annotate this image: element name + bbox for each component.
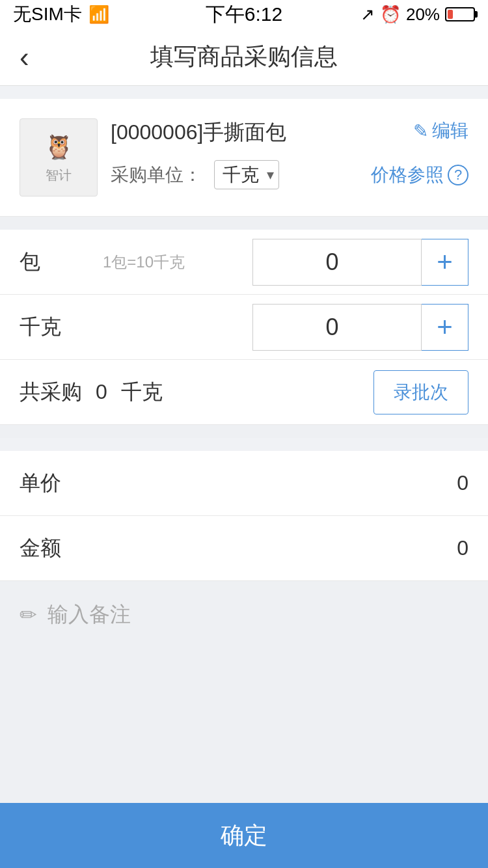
unit-price-row: 单价 0 bbox=[0, 451, 488, 516]
price-reference[interactable]: 价格参照 ? bbox=[371, 163, 468, 187]
total-row: 共采购 0 千克 录批次 bbox=[0, 360, 488, 425]
wifi-icon: 📶 bbox=[88, 5, 109, 25]
battery-text: 20% bbox=[406, 5, 440, 25]
divider-1 bbox=[0, 217, 488, 230]
divider-2 bbox=[0, 425, 488, 438]
kilogram-input[interactable] bbox=[252, 304, 422, 351]
notes-placeholder: 输入备注 bbox=[47, 601, 131, 629]
edit-icon: ✎ bbox=[413, 120, 428, 142]
total-unit: 千克 bbox=[121, 380, 163, 403]
package-sublabel: 1包=10千克 bbox=[103, 252, 252, 273]
unit-select[interactable]: 千克 包 bbox=[214, 160, 279, 189]
location-icon: ↗ bbox=[360, 5, 375, 25]
kilogram-plus-button[interactable]: + bbox=[422, 304, 468, 351]
back-button[interactable]: ‹ bbox=[20, 43, 29, 72]
total-prefix: 共采购 bbox=[20, 380, 82, 403]
package-input-group: + bbox=[252, 239, 468, 286]
pencil-icon: ✏ bbox=[20, 603, 37, 627]
product-name: [0000006]手撕面包 bbox=[111, 118, 286, 147]
kilogram-label: 千克 bbox=[20, 313, 98, 342]
unit-row-left: 采购单位： 千克 包 bbox=[111, 160, 279, 189]
notes-section[interactable]: ✏ 输入备注 bbox=[0, 581, 488, 649]
product-info: [0000006]手撕面包 ✎ 编辑 采购单位： 千克 包 价格参照 ? bbox=[111, 118, 468, 189]
unit-select-wrapper[interactable]: 千克 包 bbox=[208, 160, 279, 189]
total-amount: 0 bbox=[96, 380, 107, 403]
nav-bar: ‹ 填写商品采购信息 bbox=[0, 29, 488, 86]
unit-label: 采购单位： bbox=[111, 165, 202, 185]
status-right: ↗ ⏰ 20% bbox=[360, 5, 475, 25]
product-image: 🦉 智计 bbox=[20, 118, 98, 197]
edit-button[interactable]: ✎ 编辑 bbox=[413, 118, 468, 143]
price-section: 单价 0 金额 0 bbox=[0, 451, 488, 581]
amount-label: 金额 bbox=[20, 534, 61, 563]
package-row: 包 1包=10千克 + bbox=[0, 230, 488, 295]
help-icon[interactable]: ? bbox=[448, 165, 468, 185]
battery-icon bbox=[445, 7, 475, 21]
package-plus-button[interactable]: + bbox=[422, 239, 468, 286]
kilogram-row: 千克 + bbox=[0, 295, 488, 360]
amount-row: 金额 0 bbox=[0, 516, 488, 581]
total-label-group: 共采购 0 千克 bbox=[20, 378, 163, 407]
kilogram-input-group: + bbox=[252, 304, 468, 351]
status-bar: 无SIM卡 📶 下午6:12 ↗ ⏰ 20% bbox=[0, 0, 488, 29]
product-logo: 🦉 智计 bbox=[44, 131, 74, 184]
product-header: [0000006]手撕面包 ✎ 编辑 bbox=[111, 118, 468, 147]
input-section: 包 1包=10千克 + 千克 + 共采购 0 千克 录批次 bbox=[0, 230, 488, 425]
unit-price-label: 单价 bbox=[20, 469, 61, 498]
product-unit-row: 采购单位： 千克 包 价格参照 ? bbox=[111, 160, 468, 189]
carrier-text: 无SIM卡 bbox=[13, 2, 82, 27]
price-ref-label: 价格参照 bbox=[371, 163, 444, 187]
status-time: 下午6:12 bbox=[206, 1, 282, 28]
package-label: 包 bbox=[20, 248, 98, 277]
package-input[interactable] bbox=[252, 239, 422, 286]
batch-button[interactable]: 录批次 bbox=[373, 370, 468, 414]
amount-value: 0 bbox=[457, 536, 468, 560]
edit-label: 编辑 bbox=[432, 118, 468, 143]
unit-price-value: 0 bbox=[457, 471, 468, 495]
alarm-icon: ⏰ bbox=[380, 5, 401, 25]
confirm-button[interactable]: 确定 bbox=[0, 803, 488, 868]
page-title: 填写商品采购信息 bbox=[150, 41, 338, 73]
status-left: 无SIM卡 📶 bbox=[13, 2, 109, 27]
product-card: 🦉 智计 [0000006]手撕面包 ✎ 编辑 采购单位： 千克 包 bbox=[0, 99, 488, 217]
